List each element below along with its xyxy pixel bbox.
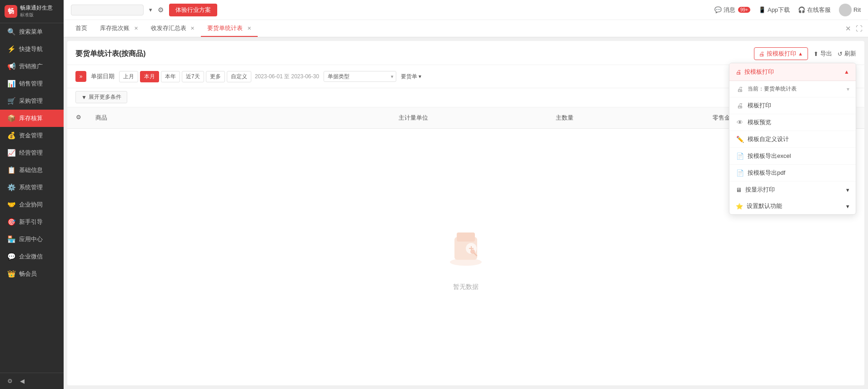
sidebar-item-quick-nav[interactable]: ⚡ 快捷导航 <box>0 40 64 58</box>
print-icon: 🖨 <box>759 51 765 57</box>
tab-receipt-summary[interactable]: 收发存汇总表 ✕ <box>145 20 201 37</box>
sidebar-item-sales[interactable]: 📊 销售管理 <box>0 75 64 92</box>
export-pdf-icon: 📄 <box>736 169 744 177</box>
app-badge: 标准版 <box>20 12 53 18</box>
inventory-icon: 📦 <box>7 114 15 122</box>
sidebar-item-marketing[interactable]: 📢 营销推广 <box>0 58 64 75</box>
service-icon: 🎧 <box>798 6 805 13</box>
purchase-icon: 🛒 <box>7 97 15 105</box>
topbar-user[interactable]: Rit <box>839 4 861 16</box>
operation-icon: 📈 <box>7 149 15 157</box>
guide-icon: 🎯 <box>7 218 15 226</box>
refresh-button[interactable]: ↺ 刷新 <box>838 50 856 58</box>
tab-inventory-batch[interactable]: 库存批次账 ✕ <box>94 20 145 37</box>
logo-icon: 畅 <box>5 5 17 18</box>
topbar-right: 💬 消息 99+ 📱 App下载 🎧 在线客服 Rit <box>714 4 861 16</box>
date-btn-this-year[interactable]: 本年 <box>161 71 180 82</box>
topbar-gear-icon[interactable]: ⚙ <box>158 6 164 14</box>
empty-text: 暂无数据 <box>453 283 479 291</box>
col-quantity: 主数量 <box>550 111 708 125</box>
date-btn-last-month[interactable]: 上月 <box>119 71 138 82</box>
col-product: 商品 <box>90 111 393 125</box>
set-default-icon: ⭐ <box>736 203 743 210</box>
sidebar-item-label: 库存核算 <box>19 114 43 122</box>
basic-icon: 📋 <box>7 166 15 174</box>
sidebar-toggle-icon[interactable]: ◀ <box>20 378 25 384</box>
sidebar-item-system[interactable]: ⚙️ 系统管理 <box>0 179 64 196</box>
sidebar-item-label: 搜索菜单 <box>19 28 43 36</box>
topbar-app-download[interactable]: 📱 App下载 <box>758 6 790 14</box>
set-default-label: 设置默认功能 <box>747 202 782 210</box>
dropdown-item-label: 按模板导出excel <box>748 152 849 160</box>
trial-button[interactable]: 体验行业方案 <box>169 4 217 16</box>
col-unit: 主计量单位 <box>393 111 550 125</box>
message-label: 消息 <box>723 6 735 14</box>
settings-icon[interactable]: ⚙ <box>7 378 13 384</box>
dropdown-item-export-excel[interactable]: 📄 按模板导出excel <box>729 148 856 165</box>
dropdown-item-template-design[interactable]: ✏️ 模板自定义设计 <box>729 131 856 148</box>
export-icon: ⬆ <box>813 51 818 57</box>
tab-close-order-stats[interactable]: ✕ <box>247 25 251 31</box>
tab-close-receipt-summary[interactable]: ✕ <box>190 25 195 31</box>
sidebar-item-label: 基础信息 <box>19 166 43 174</box>
date-filter-group: 上月 本月 本年 近7天 更多 自定义 2023-06-01 至 2023-06… <box>119 71 319 82</box>
sidebar: 畅 畅康通好生意 标准版 🔍 搜索菜单 ⚡ 快捷导航 📢 营销推广 📊 销售管理… <box>0 0 64 389</box>
sidebar-item-collab[interactable]: 🤝 企业协同 <box>0 196 64 213</box>
expand-conditions-button[interactable]: ▼ 展开更多条件 <box>75 91 127 103</box>
sidebar-item-inventory[interactable]: 📦 库存核算 <box>0 110 64 127</box>
dropdown-display-print[interactable]: 🖥 按显示打印 ▾ <box>729 182 856 198</box>
topbar-search-input[interactable] <box>71 5 144 15</box>
topbar-message[interactable]: 💬 消息 99+ <box>714 6 750 14</box>
dropdown-item-export-pdf[interactable]: 📄 按模板导出pdf <box>729 165 856 182</box>
dropdown-item-template-preview[interactable]: 👁 模板预览 <box>729 114 856 131</box>
dropdown-item-template-print[interactable]: 🖨 模板打印 <box>729 97 856 114</box>
tab-home[interactable]: 首页 <box>69 20 94 37</box>
date-btn-this-month[interactable]: 本月 <box>140 71 159 82</box>
dropdown-header[interactable]: 🖨 按模板打印 ▲ <box>729 63 856 81</box>
app-logo: 畅 畅康通好生意 标准版 <box>0 0 64 23</box>
display-print-arrow: ▾ <box>846 187 849 193</box>
template-print-button[interactable]: 🖨 按模板打印 ▲ <box>754 47 808 60</box>
topbar-dropdown-icon[interactable]: ▾ <box>149 6 152 13</box>
col-gear[interactable]: ⚙ <box>67 111 90 125</box>
topbar-online-service[interactable]: 🎧 在线客服 <box>798 6 831 14</box>
dropdown-set-default[interactable]: ⭐ 设置默认功能 ▾ <box>729 198 856 214</box>
sidebar-item-purchase[interactable]: 🛒 采购管理 <box>0 92 64 110</box>
display-print-label: 按显示打印 <box>745 186 775 194</box>
system-icon: ⚙️ <box>7 183 15 192</box>
tab-close-inventory-batch[interactable]: ✕ <box>134 25 138 31</box>
sidebar-item-member[interactable]: 👑 畅会员 <box>0 265 64 283</box>
sidebar-item-search[interactable]: 🔍 搜索菜单 <box>0 23 64 40</box>
tab-order-stats[interactable]: 要货单统计表 ✕ <box>201 20 258 37</box>
sidebar-item-finance[interactable]: 💰 资金管理 <box>0 127 64 144</box>
date-filter-label: 单据日期 <box>91 72 115 81</box>
current-icon: 🖨 <box>736 86 744 93</box>
close-window-icon[interactable]: ✕ <box>845 25 851 33</box>
date-btn-more[interactable]: 更多 <box>206 71 225 82</box>
current-arrow-icon: ▾ <box>847 86 849 92</box>
sidebar-item-label: 新手引导 <box>19 218 43 226</box>
sidebar-item-wechat[interactable]: 💬 企业微信 <box>0 248 64 265</box>
sidebar-item-basic[interactable]: 📋 基础信息 <box>0 162 64 179</box>
dropdown-item-label: 模板预览 <box>748 118 849 126</box>
sidebar-item-operation[interactable]: 📈 经营管理 <box>0 144 64 162</box>
more-filter-btn[interactable]: 要货单 ▾ <box>401 73 421 81</box>
more-filter-icon: ▾ <box>419 73 421 80</box>
expand-window-icon[interactable]: ⛶ <box>856 25 863 33</box>
refresh-icon: ↺ <box>838 51 843 57</box>
dropdown-current-item[interactable]: 🖨 当前：要货单统计表 ▾ <box>729 81 856 97</box>
dropdown-print-icon: 🖨 <box>736 69 742 76</box>
date-btn-custom[interactable]: 自定义 <box>227 71 251 82</box>
type-filter-select[interactable]: 单据类型 <box>324 71 396 82</box>
page-header: 要货单统计表(按商品) 🖨 按模板打印 ▲ ⬆ 导出 ↺ 刷新 <box>67 41 864 65</box>
tabbar: 首页 库存批次账 ✕ 收发存汇总表 ✕ 要货单统计表 ✕ ✕ ⛶ <box>64 20 868 37</box>
search-icon: 🔍 <box>7 28 15 36</box>
user-name: Rit <box>853 6 861 13</box>
sidebar-item-appstore[interactable]: 🏪 应用中心 <box>0 231 64 248</box>
date-btn-last-7days[interactable]: 近7天 <box>182 71 204 82</box>
export-button[interactable]: ⬆ 导出 <box>813 50 832 58</box>
sidebar-item-guide[interactable]: 🎯 新手引导 <box>0 213 64 231</box>
wechat-icon: 💬 <box>7 253 15 261</box>
empty-illustration <box>443 223 489 278</box>
filter-expand-icon[interactable]: » <box>75 71 86 82</box>
